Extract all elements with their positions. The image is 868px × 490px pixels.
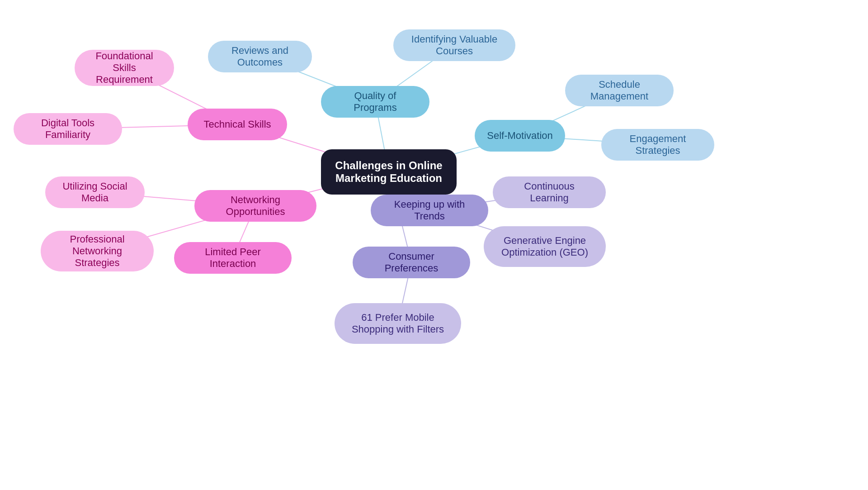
node-geo: Generative Engine Optimization (GEO) [484, 226, 606, 267]
node-foundational-skills: Foundational Skills Requirement [75, 50, 174, 86]
node-engagement-strategies: Engagement Strategies [601, 129, 714, 161]
node-limited-peer: Limited Peer Interaction [174, 242, 292, 274]
node-consumer-preferences: Consumer Preferences [353, 247, 470, 278]
node-continuous-learning: Continuous Learning [493, 176, 606, 208]
node-utilizing-social-media: Utilizing Social Media [45, 176, 145, 208]
node-schedule-management: Schedule Management [565, 75, 674, 106]
node-professional-networking: Professional Networking Strategies [41, 231, 154, 271]
mindmap-container: Challenges in Online Marketing Education… [0, 0, 868, 490]
center-node: Challenges in Online Marketing Education [321, 149, 457, 195]
node-mobile-shopping: 61 Prefer Mobile Shopping with Filters [335, 303, 461, 344]
node-reviews-outcomes: Reviews and Outcomes [208, 41, 312, 72]
node-quality-programs: Quality of Programs [321, 86, 429, 118]
node-digital-tools: Digital Tools Familiarity [14, 113, 122, 145]
node-networking-opportunities: Networking Opportunities [194, 190, 316, 222]
node-self-motivation: Self-Motivation [475, 120, 565, 152]
node-identifying-courses: Identifying Valuable Courses [393, 29, 515, 61]
node-technical-skills: Technical Skills [188, 109, 287, 140]
node-keeping-trends: Keeping up with Trends [371, 195, 488, 226]
